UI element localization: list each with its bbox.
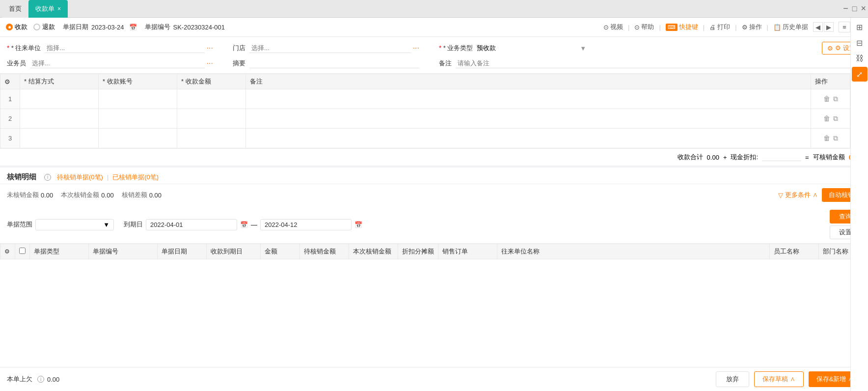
discount-input[interactable] (762, 153, 801, 161)
delete-row-3-icon[interactable]: 🗑 (823, 134, 830, 142)
video-btn[interactable]: ⊙ 视频 (603, 23, 623, 31)
remark-col-3[interactable] (246, 129, 811, 148)
vth-current-label: 本次核销金额 (353, 248, 391, 255)
copy-row-1-icon[interactable]: ⧉ (833, 95, 838, 103)
th-amount-label: * 收款金额 (181, 78, 211, 85)
nav-prev[interactable]: ◀ (813, 22, 823, 32)
verify-info-icon[interactable]: i (44, 174, 51, 181)
more-conditions-btn[interactable]: ▽ 更多条件 ∧ (778, 191, 818, 199)
main-toolbar: 收款 退款 单据日期 2023-03-24 📅 单据编号 SK-20230324… (0, 18, 868, 37)
vth-discount-label: 折扣分摊额 (402, 248, 434, 255)
window-minimize-icon[interactable]: − (843, 3, 848, 14)
date-from-calendar-icon[interactable]: 📅 (240, 221, 248, 228)
amount-3[interactable] (177, 129, 246, 148)
print-label: 打印 (717, 23, 730, 31)
date-from-input[interactable] (146, 219, 237, 230)
range-select[interactable]: ▼ (35, 219, 114, 230)
date-to-calendar-icon[interactable]: 📅 (354, 221, 362, 228)
sidebar-table-icon[interactable]: ⊞ (852, 20, 868, 34)
operation-icon: ⚙ (742, 24, 748, 31)
range-field: 单据范围 ▼ (7, 219, 114, 230)
help-btn[interactable]: ⊙ 帮助 (634, 23, 654, 31)
store-more-icon[interactable]: ··· (413, 44, 419, 53)
sidebar-list-icon[interactable]: ⊟ (852, 35, 868, 50)
account-1[interactable] (99, 89, 177, 109)
actions-3: 🗑 ⧉ (811, 129, 850, 148)
vth-discount: 折扣分摊额 (398, 244, 438, 259)
vth-partner-label: 往来单位名称 (501, 248, 540, 255)
right-sidebar: ⊞ ⊟ ⛓ ⤢ (850, 18, 868, 391)
staff-more-icon[interactable]: ··· (207, 59, 213, 68)
draft-btn[interactable]: 保存草稿 ∧ (754, 371, 804, 387)
current-stat: 本次核销金额 0.00 (61, 191, 113, 199)
tab-close-icon[interactable]: × (57, 5, 61, 12)
amount-2[interactable] (177, 109, 246, 129)
operation-btn[interactable]: ⚙ 操作 (742, 23, 762, 31)
nav-next[interactable]: ▶ (824, 22, 834, 32)
partner-more-icon[interactable]: ··· (207, 44, 213, 53)
copy-row-3-icon[interactable]: ⧉ (833, 134, 838, 142)
staff-input[interactable] (30, 58, 205, 68)
sidebar-expand-icon[interactable]: ⤢ (852, 67, 868, 82)
vth-gear[interactable]: ⚙ (0, 244, 15, 259)
bottom-info-label: 本单上欠 (7, 375, 32, 384)
vth-staff-label: 员工名称 (774, 248, 799, 255)
receipt-table-section: ⚙ * 结算方式 * 收款账号 * 收款金额 备注 (0, 74, 868, 148)
vth-amount: 金额 (261, 244, 300, 259)
tab-home[interactable]: 首页 (2, 0, 28, 18)
shortcut-btn[interactable]: ⌨ 快捷键 (666, 23, 698, 31)
settlement-2[interactable] (20, 109, 99, 129)
receipt-radio[interactable]: 收款 (6, 23, 27, 31)
history-btn[interactable]: 📋 历史单据 (773, 23, 808, 31)
row-num-1: 1 (0, 89, 20, 109)
tab-bar: 首页 收款单 × − □ × (0, 0, 868, 18)
remark-input[interactable] (456, 58, 861, 68)
print-btn[interactable]: 🖨 打印 (709, 23, 730, 31)
table-gear-icon[interactable]: ⚙ (4, 78, 10, 85)
delete-row-1-icon[interactable]: 🗑 (823, 95, 830, 103)
help-icon: ⊙ (634, 24, 640, 31)
form-section: * 往来单位 ··· 门店 ··· * 业务类型 预收款 ▼ (0, 37, 868, 74)
date-calendar-icon[interactable]: 📅 (129, 24, 137, 31)
date-filter: 到期日 📅 — 📅 (124, 219, 362, 230)
vth-due: 收款到期日 (207, 244, 261, 259)
vth-check[interactable] (15, 244, 30, 259)
tab-receipt[interactable]: 收款单 × (28, 0, 68, 18)
window-maximize-icon[interactable]: □ (852, 4, 857, 13)
date-value[interactable]: 2023-03-24 (91, 24, 124, 31)
tab-receipt-label: 收款单 (35, 4, 54, 13)
plus-label: + (723, 154, 727, 161)
business-type-select[interactable]: 预收款 ▼ (477, 44, 586, 53)
remark-col-1[interactable] (246, 89, 811, 109)
settlement-1[interactable] (20, 89, 99, 109)
date-to-input[interactable] (260, 219, 352, 230)
store-input[interactable] (249, 43, 411, 53)
amount-1[interactable] (177, 89, 246, 109)
settlement-3[interactable] (20, 129, 99, 148)
delete-row-2-icon[interactable]: 🗑 (823, 114, 830, 123)
partner-label: * 往来单位 (7, 44, 45, 53)
select-all-checkbox[interactable] (19, 248, 26, 254)
diff-value: 0.00 (149, 192, 162, 199)
done-tab[interactable]: 已核销单据(0笔) (112, 173, 159, 182)
abandon-btn[interactable]: 放弃 (716, 371, 749, 387)
bottom-info-icon[interactable]: i (37, 376, 44, 383)
summary-input[interactable] (249, 58, 419, 68)
number-value[interactable]: SK-20230324-001 (173, 24, 225, 31)
business-type-value: 预收款 (477, 44, 496, 53)
copy-row-2-icon[interactable]: ⧉ (833, 114, 838, 123)
pending-tab[interactable]: 待核销单据(0笔) (57, 173, 103, 182)
account-2[interactable] (99, 109, 177, 129)
th-gear[interactable]: ⚙ (0, 74, 20, 89)
window-close-icon[interactable]: × (861, 3, 866, 14)
form-row-2: 业务员 ··· 摘要 备注 (7, 58, 861, 68)
summary-row: 收款合计 0.00 + 现金折扣: = 可核销金额 0.00 (0, 148, 868, 166)
list-view-btn[interactable]: ≡ (839, 22, 850, 32)
remark-col-2[interactable] (246, 109, 811, 129)
row-num-2: 2 (0, 109, 20, 129)
sidebar-link-icon[interactable]: ⛓ (852, 51, 868, 66)
verify-section: 核销明细 i 待核销单据(0笔) | 已核销单据(0笔) 未核销金额 0.00 … (0, 166, 868, 367)
partner-input[interactable] (45, 43, 204, 53)
account-3[interactable] (99, 129, 177, 148)
refund-radio[interactable]: 退款 (33, 23, 55, 31)
